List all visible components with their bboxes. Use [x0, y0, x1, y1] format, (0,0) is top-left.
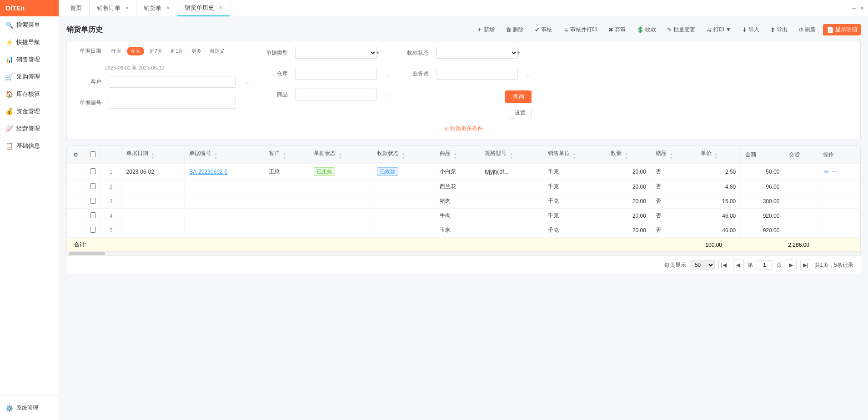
review-print-button[interactable]: 🖨 审核并打印: [559, 24, 601, 35]
col-settings[interactable]: ⚙: [67, 146, 85, 164]
cell-checkbox[interactable]: [85, 209, 100, 223]
query-button[interactable]: 查询: [505, 90, 532, 103]
new-button[interactable]: ＋ 新增: [473, 24, 498, 35]
cell-amount: 920.00: [741, 223, 784, 238]
import-button[interactable]: ⬇ 导入: [738, 24, 763, 35]
h-scroll-thumb[interactable]: [69, 252, 105, 255]
row-checkbox-1[interactable]: [90, 183, 96, 189]
cell-checkbox[interactable]: [85, 180, 100, 194]
batch-change-button[interactable]: ✎ 批量变更: [663, 24, 699, 35]
row-checkbox-2[interactable]: [90, 198, 96, 204]
doctype-select[interactable]: [295, 47, 377, 59]
collect-button[interactable]: 💲 收款: [633, 24, 660, 35]
row-checkbox-3[interactable]: [90, 212, 96, 218]
minimize-icon[interactable]: ─: [852, 5, 856, 11]
salesperson-filter-row: 业务员 ...: [401, 68, 532, 80]
page-next-btn[interactable]: ▶: [786, 260, 797, 270]
export-button[interactable]: ⬆ 导出: [767, 24, 791, 35]
goods-dots[interactable]: ...: [386, 91, 391, 98]
sort-unit-icon: ▲▼: [572, 152, 576, 160]
sidebar-item-inventory[interactable]: 🏠 库存核算: [0, 85, 59, 103]
collapse-more-btn[interactable]: ∧ 收起更多条件: [442, 123, 485, 134]
op-edit-btn[interactable]: ✏: [824, 169, 829, 175]
sidebar-item-sales-mgmt[interactable]: 📊 销售管理: [0, 51, 59, 68]
col-collection-status[interactable]: 收款状态 ▲▼: [372, 146, 435, 164]
tab-sales-history-close[interactable]: ✕: [219, 5, 222, 10]
delete-button[interactable]: 🗑 删除: [502, 24, 527, 35]
page-number-input[interactable]: [757, 260, 773, 270]
sidebar-item-finance[interactable]: 💰 资金管理: [0, 103, 59, 120]
cell-doc-no[interactable]: [185, 223, 264, 238]
col-doc-no[interactable]: 单据编号 ▲▼: [185, 146, 264, 164]
review-button[interactable]: ✔ 审核: [531, 24, 556, 35]
select-all-checkbox[interactable]: [90, 151, 96, 157]
op-more-btn[interactable]: ⋯: [832, 169, 837, 175]
tab-sales-order[interactable]: 销售订单 ✕: [90, 0, 136, 16]
customer-dots[interactable]: ...: [245, 79, 250, 85]
tab-sales-order-close[interactable]: ✕: [125, 5, 129, 10]
row-checkbox-4[interactable]: [90, 227, 96, 233]
docno-input[interactable]: [109, 97, 236, 109]
page-prev-btn[interactable]: ◀: [733, 260, 744, 270]
cell-doc-no[interactable]: [185, 194, 264, 209]
cell-quantity: 20.00: [606, 194, 651, 209]
col-spec[interactable]: 规格型号 ▲▼: [480, 146, 543, 164]
col-unit-price[interactable]: 单价 ▲▼: [696, 146, 741, 164]
sidebar-item-basic-info[interactable]: 📋 基础信息: [0, 137, 59, 155]
cell-unit-price: 2.50: [696, 164, 741, 180]
page-first-btn[interactable]: |◀: [718, 260, 729, 270]
date-btn-1month[interactable]: 近1月: [168, 47, 186, 55]
cell-checkbox[interactable]: [85, 164, 100, 180]
cell-doc-no[interactable]: [185, 209, 264, 223]
col-customer[interactable]: 客户 ▲▼: [264, 146, 309, 164]
cell-unit: 千克: [543, 209, 606, 223]
sidebar-item-quick-nav[interactable]: ⚡ 快捷导航: [0, 34, 59, 51]
cell-doc-date: [121, 180, 185, 194]
cell-checkbox[interactable]: [85, 194, 100, 209]
cell-transaction: [784, 209, 818, 223]
date-btn-more[interactable]: 更多: [189, 47, 204, 55]
sidebar-item-purchase-mgmt[interactable]: 🛒 采购管理: [0, 68, 59, 85]
col-goods[interactable]: 商品 ▲▼: [435, 146, 480, 164]
abandon-button[interactable]: ✖ 弃审: [605, 24, 629, 35]
page-last-btn[interactable]: ▶|: [800, 260, 811, 270]
sidebar-item-operations[interactable]: 📈 经营管理: [0, 120, 59, 137]
cell-doc-no[interactable]: SA-20230602-0: [185, 164, 264, 180]
collection-status-select[interactable]: [436, 47, 518, 59]
h-scroll[interactable]: [67, 251, 860, 255]
col-gift[interactable]: 赠品 ▲▼: [651, 146, 696, 164]
tab-sales-goods[interactable]: 销货单 ✕: [136, 0, 177, 16]
tab-sales-goods-close[interactable]: ✕: [166, 5, 170, 10]
row-checkbox-0[interactable]: [90, 168, 96, 174]
tab-sales-history[interactable]: 销货单历史 ✕: [177, 0, 230, 16]
sidebar-item-system-mgmt[interactable]: ⚙️ 系统管理: [0, 400, 59, 416]
date-btn-today[interactable]: 今天: [127, 47, 144, 55]
col-doc-date[interactable]: 单据日期 ▲▼: [121, 146, 185, 164]
col-quantity[interactable]: 数量 ▲▼: [606, 146, 651, 164]
col-unit[interactable]: 销售单位 ▲▼: [543, 146, 606, 164]
refresh-button[interactable]: ↺ 刷新: [795, 24, 819, 35]
show-detail-button[interactable]: 📄 显示明细: [823, 24, 861, 35]
date-btn-custom[interactable]: 自定义: [207, 47, 227, 55]
summary-total-amount: 2,286.00: [773, 242, 809, 248]
print-button[interactable]: 🖨 打印 ▼: [702, 24, 735, 35]
warehouse-input[interactable]: [295, 68, 377, 80]
salesperson-input[interactable]: [436, 68, 518, 80]
sidebar-item-search-menu[interactable]: 🔍 搜索菜单: [0, 16, 59, 34]
set-button[interactable]: 设置: [509, 107, 532, 119]
salesperson-dots[interactable]: ...: [527, 70, 532, 77]
page-size-select[interactable]: 50 100: [690, 260, 715, 270]
col-doc-status[interactable]: 单据状态 ▲▼: [309, 146, 372, 164]
date-range-text: 2023-06-02 至 2023-06-02: [105, 65, 164, 70]
cell-checkbox[interactable]: [85, 223, 100, 238]
goods-input[interactable]: [295, 89, 377, 100]
close-window-icon[interactable]: ✕: [860, 5, 864, 11]
customer-input[interactable]: [109, 76, 236, 88]
cell-doc-no[interactable]: [185, 180, 264, 194]
warehouse-dots[interactable]: ...: [386, 70, 391, 77]
review-label: 审核: [541, 26, 552, 34]
summary-label: 合计:: [74, 241, 86, 249]
tab-home[interactable]: 首页: [63, 0, 90, 16]
date-btn-yesterday[interactable]: 昨天: [109, 47, 124, 55]
date-btn-7days[interactable]: 近7天: [147, 47, 165, 55]
